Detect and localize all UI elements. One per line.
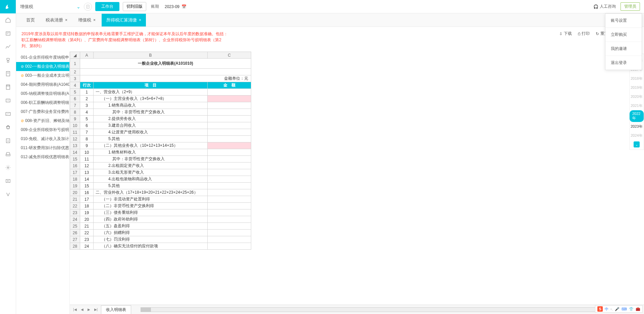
sheet-nav-next-icon[interactable]: ▶ — [87, 308, 91, 311]
menu-my-invites[interactable]: 我的邀请 — [605, 42, 642, 56]
cell-rownum[interactable]: 9 — [80, 142, 94, 149]
nav-v-icon[interactable] — [0, 188, 16, 201]
horizontal-scrollbar[interactable] — [141, 307, 641, 312]
cell-rownum[interactable]: 1 — [80, 89, 94, 96]
ime-toolbox-icon[interactable]: 🧰 — [636, 307, 640, 311]
row-header[interactable]: 25 — [70, 223, 80, 230]
cell-rownum[interactable]: 20 — [80, 216, 94, 223]
cell-rownum[interactable]: 23 — [80, 236, 94, 243]
cell-rownum[interactable]: 5 — [80, 116, 94, 122]
row-header[interactable]: 6 — [70, 96, 80, 102]
ime-keyboard-icon[interactable]: ⌨ — [622, 307, 627, 311]
cell-amount[interactable] — [208, 102, 251, 109]
col-header-b[interactable]: B — [94, 52, 208, 59]
ime-mic-icon[interactable]: 🎤 — [615, 307, 620, 311]
cell-item[interactable]: （一）非流动资产处置利得 — [94, 196, 208, 203]
sheet-nav-first-icon[interactable]: |◀ — [72, 308, 77, 311]
nav-tax-icon[interactable] — [0, 121, 16, 134]
cell-rownum[interactable]: 4 — [80, 109, 94, 116]
nav-funds-icon[interactable] — [0, 54, 16, 67]
cell-item[interactable]: 4.让渡资产使用权收入 — [94, 129, 208, 136]
switch-old-button[interactable]: 切到旧版 — [123, 2, 146, 11]
row-header[interactable]: 13 — [70, 142, 80, 149]
nav-voucher-icon[interactable] — [0, 27, 16, 40]
row-header[interactable]: 14 — [70, 149, 80, 156]
cell-amount[interactable] — [208, 169, 251, 176]
row-header[interactable]: 9 — [70, 116, 80, 122]
row-header[interactable]: 26 — [70, 230, 80, 236]
menu-logout[interactable]: 退出登录 — [605, 56, 642, 70]
form-list-item[interactable]: 006-职工薪酬纳税调整明细... — [16, 98, 69, 107]
row-header[interactable]: 17 — [70, 169, 80, 176]
cell-amount[interactable] — [208, 243, 251, 250]
cell-rownum[interactable]: 21 — [80, 223, 94, 230]
cell-amount[interactable] — [208, 236, 251, 243]
row-header[interactable]: 1 — [70, 59, 80, 69]
sheet-nav-last-icon[interactable]: ▶| — [94, 308, 99, 311]
cell-amount[interactable] — [208, 183, 251, 189]
menu-buy-now[interactable]: 立即购买 — [605, 28, 642, 42]
cell-amount[interactable] — [208, 230, 251, 236]
consult-link[interactable]: 🎧 人工咨询 — [593, 4, 616, 9]
tab-home[interactable]: 首页 — [21, 14, 40, 26]
menu-account-settings[interactable]: 账号设置 — [605, 14, 642, 28]
nav-settings-icon[interactable] — [0, 161, 16, 174]
cell-rownum[interactable]: 6 — [80, 122, 94, 129]
sheet-nav-prev-icon[interactable]: ◀ — [80, 308, 84, 311]
cell-item[interactable]: （四）政府补助利得 — [94, 216, 208, 223]
year-item[interactable]: 2020年 — [631, 92, 642, 101]
form-list-item[interactable]: 005-纳税调整项目明细表(A1... — [16, 89, 69, 98]
row-header[interactable]: 20 — [70, 189, 80, 196]
form-list-item[interactable]: 007-广告费和业务宣传费跨... — [16, 107, 69, 116]
close-icon[interactable]: × — [65, 18, 67, 22]
nav-home-icon[interactable] — [0, 13, 16, 27]
nav-calc-icon[interactable] — [0, 80, 16, 94]
cell-rownum[interactable]: 19 — [80, 209, 94, 216]
form-list-item[interactable]: ⊘003-一般企业成本支出明细... — [16, 71, 69, 80]
cell-rownum[interactable]: 24 — [80, 243, 94, 250]
cell-rownum[interactable]: 12 — [80, 163, 94, 169]
col-header-a[interactable]: A — [80, 52, 94, 59]
form-list-item[interactable]: 012-减免所得税优惠明细表(... — [16, 152, 69, 162]
cell-item[interactable]: 2.提供劳务收入 — [94, 116, 208, 122]
row-header[interactable]: 22 — [70, 203, 80, 209]
tab-income-tax[interactable]: 所得税汇算清缴× — [102, 14, 146, 26]
form-list-item[interactable]: 009-企业所得税弥补亏损明... — [16, 125, 69, 134]
nav-book-icon[interactable] — [0, 67, 16, 80]
year-item[interactable]: 2022年 — [630, 110, 644, 122]
cell-item[interactable]: 5.其他 — [94, 183, 208, 189]
ime-skin-icon[interactable]: 👕 — [629, 307, 634, 311]
ime-toolbar[interactable]: S 中 •, 🎤 ⌨ 👕 🧰 — [595, 305, 643, 313]
close-icon[interactable]: × — [139, 18, 141, 22]
tab-vat[interactable]: 增值税× — [73, 14, 100, 26]
app-logo[interactable] — [0, 0, 16, 13]
cell-item[interactable]: （七）罚没利得 — [94, 236, 208, 243]
row-header[interactable]: 10 — [70, 122, 80, 129]
row-header[interactable]: 28 — [70, 243, 80, 250]
cell-item[interactable]: 3.出租无形资产收入 — [94, 169, 208, 176]
cell-item[interactable]: （六）捐赠利得 — [94, 230, 208, 236]
workspace-button[interactable]: 工作台 — [95, 2, 119, 11]
row-header[interactable]: 4 — [70, 82, 80, 89]
cell-amount[interactable] — [208, 176, 251, 183]
cell-amount[interactable] — [208, 196, 251, 203]
cell-rownum[interactable]: 14 — [80, 176, 94, 183]
year-item[interactable]: 2023年 — [631, 122, 642, 131]
row-header[interactable]: 18 — [70, 176, 80, 183]
cell-item[interactable]: 1.销售商品收入 — [94, 102, 208, 109]
cell-item[interactable]: 3.建造合同收入 — [94, 122, 208, 129]
row-header[interactable]: 8 — [70, 109, 80, 116]
cell-item[interactable]: 一、营业收入（2+9） — [94, 89, 208, 96]
col-header-c[interactable]: C — [208, 52, 251, 59]
cell-rownum[interactable]: 15 — [80, 183, 94, 189]
cell-amount[interactable] — [208, 136, 251, 142]
cell-amount[interactable] — [208, 96, 251, 102]
cell-item[interactable]: （一）主营业务收入（3+5+6+7+8） — [94, 96, 208, 102]
form-list-item[interactable]: 004-期间费用明细表(A1040... — [16, 80, 69, 89]
tab-tax-list[interactable]: 税表清册× — [41, 14, 72, 26]
nav-video-icon[interactable] — [0, 174, 16, 188]
cell-amount[interactable] — [208, 203, 251, 209]
cell-amount[interactable] — [208, 163, 251, 169]
cell-amount[interactable] — [208, 129, 251, 136]
cell-amount[interactable] — [208, 122, 251, 129]
